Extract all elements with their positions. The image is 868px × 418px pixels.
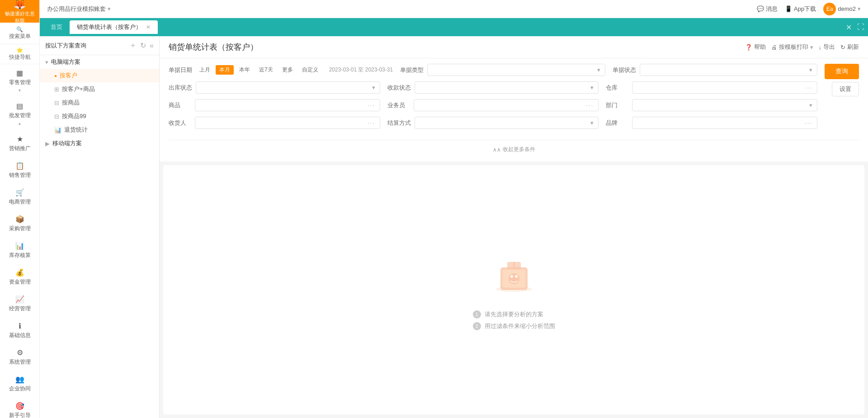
- add-scheme-btn[interactable]: ＋: [129, 41, 137, 50]
- export-btn[interactable]: ↓ 导出: [819, 43, 835, 51]
- minimize-icon[interactable]: ✕: [846, 23, 852, 32]
- date-tab-7days[interactable]: 近7天: [255, 65, 277, 75]
- date-tab-this-year[interactable]: 本年: [236, 65, 254, 75]
- page-header: 销货单统计表（按客户） ❓ 帮助 🖨 按模板打印 ▾ ↓: [160, 36, 868, 58]
- left-panel: 按以下方案查询 ＋ ↻ « ▾ 电脑端方案 ● 按客户 ⊞ 按客户+商品: [40, 36, 160, 418]
- inventory-icon: 📊: [15, 242, 24, 250]
- system-icon: ⚙: [17, 348, 23, 357]
- tab-close-btn[interactable]: ✕: [146, 24, 151, 30]
- empty-hints: 1 请先选择要分析的方案 2 用过滤条件来缩小分析范围: [473, 310, 555, 330]
- sidebar-item-marketing[interactable]: ★ 营销推广: [0, 130, 39, 157]
- refresh-scheme-btn[interactable]: ↻: [140, 41, 146, 50]
- search-icon: 🔍: [16, 26, 23, 33]
- sidebar-item-ecommerce[interactable]: 🛒 电商管理: [0, 184, 39, 210]
- tree-item-by-customer[interactable]: ● 按客户: [40, 69, 159, 82]
- query-button[interactable]: 查询: [825, 64, 859, 79]
- print-dropdown-icon: ▾: [810, 44, 813, 51]
- filter-row-2: 出库状态 ▾ 收款状态 ▾: [169, 81, 817, 94]
- quick-nav[interactable]: ⭐ 快捷导航: [0, 44, 39, 64]
- doc-type-select[interactable]: ▾: [427, 64, 605, 76]
- sidebar-item-finance-label: 资金管理: [9, 278, 31, 286]
- company-dropdown[interactable]: 办公用品行业模拟账套 ▾: [47, 5, 111, 13]
- tree-item-by-customer-goods[interactable]: ⊞ 按客户+商品: [40, 82, 159, 96]
- filter-fields: 单据日期 上月 本月 本年 近7天 更多 自定义 2023-03-01 至 20…: [169, 64, 817, 134]
- set-button[interactable]: 设置: [832, 82, 859, 96]
- svg-point-5: [515, 275, 518, 278]
- maximize-icon[interactable]: ⛶: [857, 23, 864, 31]
- sidebar-item-finance[interactable]: 💰 资金管理: [0, 264, 39, 290]
- user-info[interactable]: Ea demo2 ▾: [823, 3, 861, 15]
- doc-status-select[interactable]: ▾: [640, 64, 817, 76]
- doc-type-label: 单据类型: [400, 66, 424, 74]
- date-tab-custom[interactable]: 自定义: [298, 65, 322, 75]
- sidebar-item-system[interactable]: ⚙ 系统管理: [0, 344, 39, 370]
- staff-select[interactable]: ···: [414, 99, 599, 111]
- date-tab-more[interactable]: 更多: [278, 65, 297, 75]
- left-panel-actions: ＋ ↻ «: [129, 41, 154, 50]
- base-info-icon: ℹ: [19, 322, 21, 330]
- left-panel-header: 按以下方案查询 ＋ ↻ «: [40, 36, 159, 55]
- empty-hint-1: 1 请先选择要分析的方案: [473, 310, 555, 318]
- search-menu[interactable]: 🔍 搜索菜单: [0, 23, 39, 44]
- print-label: 按模板打印: [779, 43, 808, 51]
- receiver-label: 收货人: [169, 119, 191, 127]
- topbar-left: 办公用品行业模拟账套 ▾: [47, 5, 111, 13]
- sidebar-item-management[interactable]: 📈 经营管理: [0, 290, 39, 317]
- retail-icon: ▦: [16, 69, 23, 77]
- quick-nav-label: 快捷导航: [9, 54, 31, 60]
- goods-label: 商品: [169, 101, 191, 109]
- dept-chevron: ▾: [809, 102, 812, 109]
- tree-section-desktop[interactable]: ▾ 电脑端方案: [40, 55, 159, 69]
- export-icon: ↓: [819, 44, 822, 51]
- app-download-btn[interactable]: 📱 App下载: [785, 5, 816, 13]
- tree-section-mobile[interactable]: ▶ 移动端方案: [40, 137, 159, 150]
- svg-point-4: [510, 275, 513, 278]
- sidebar-item-base-info[interactable]: ℹ 基础信息: [0, 317, 39, 344]
- doc-type-chevron: ▾: [597, 66, 600, 73]
- sidebar-item-enterprise[interactable]: 👥 企业协同: [0, 370, 39, 397]
- brand-select[interactable]: ···: [632, 117, 817, 129]
- help-btn[interactable]: ❓ 帮助: [745, 43, 766, 51]
- payment-select[interactable]: ▾: [415, 117, 599, 129]
- quick-nav-icon: ⭐: [16, 47, 23, 53]
- collapse-panel-btn[interactable]: «: [150, 42, 154, 50]
- sidebar-item-sales[interactable]: 📋 销售管理: [0, 157, 39, 184]
- collapse-label: 收起更多条件: [503, 146, 535, 153]
- goods-select[interactable]: ···: [195, 99, 380, 111]
- by-goods99-label: 按商品99: [62, 112, 86, 120]
- tree-item-by-goods99[interactable]: ⊟ 按商品99: [40, 109, 159, 123]
- dept-group: 部门 ▾: [606, 99, 817, 111]
- message-btn[interactable]: 💬 消息: [757, 5, 778, 13]
- receiver-select[interactable]: ···: [195, 117, 380, 129]
- date-tab-last-month[interactable]: 上月: [196, 65, 214, 75]
- collapse-conditions-btn[interactable]: ∧∧ 收起更多条件: [169, 143, 859, 156]
- by-customer-goods-label: 按客户+商品: [62, 85, 95, 93]
- out-status-select[interactable]: ▾: [196, 81, 380, 94]
- sidebar-item-wholesale[interactable]: ▤ 批发管理 ▴: [0, 97, 39, 130]
- collapse-bar: ∧∧ 收起更多条件: [169, 140, 859, 156]
- tab-home[interactable]: 首页: [43, 20, 70, 34]
- tree-item-return-stats[interactable]: 📊 退货统计: [40, 123, 159, 137]
- wholesale-icon: ▤: [16, 102, 23, 110]
- tree-section-mobile-label: 移动端方案: [52, 139, 82, 147]
- goods99-icon: ⊟: [54, 113, 59, 120]
- sidebar-item-inventory[interactable]: 📊 库存核算: [0, 237, 39, 264]
- dept-label: 部门: [606, 101, 628, 109]
- empty-state: 1 请先选择要分析的方案 2 用过滤条件来缩小分析范围: [163, 165, 864, 414]
- receipt-status-select[interactable]: ▾: [415, 81, 599, 94]
- sidebar-item-retail[interactable]: ▦ 零售管理 ▾: [0, 64, 39, 97]
- tree-item-by-goods[interactable]: ⊟ 按商品: [40, 96, 159, 109]
- dept-select[interactable]: ▾: [632, 99, 817, 111]
- tab-home-label: 首页: [51, 24, 62, 30]
- tab-controls: ✕ ⛶: [846, 23, 864, 32]
- sidebar-item-purchase[interactable]: 📦 采购管理: [0, 210, 39, 237]
- sidebar-item-guide[interactable]: 🎯 新手引导: [0, 397, 39, 418]
- refresh-btn[interactable]: ↻ 刷新: [840, 43, 859, 51]
- refresh-label: 刷新: [847, 43, 859, 51]
- date-tab-current-month[interactable]: 本月: [216, 65, 234, 75]
- query-btn-group: 查询 设置: [825, 64, 859, 96]
- management-icon: 📈: [15, 295, 24, 304]
- tab-sales-stats[interactable]: 销货单统计表（按客户） ✕: [70, 20, 158, 34]
- warehouse-select[interactable]: ···: [632, 81, 817, 94]
- print-btn[interactable]: 🖨 按模板打印 ▾: [771, 43, 813, 51]
